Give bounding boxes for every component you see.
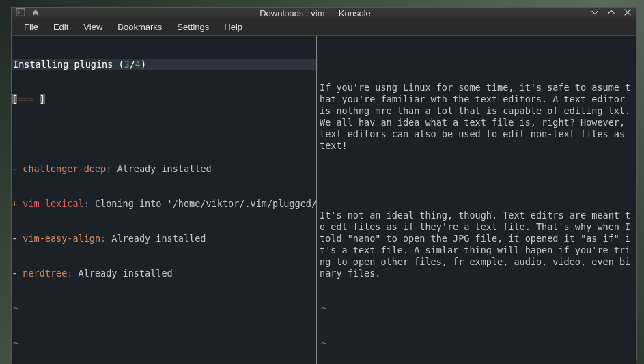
vim-right-pane[interactable]: If you're usng Linux for some time, it's… [317, 36, 636, 364]
vim-left-pane[interactable]: Installing plugins (3/4) [=== ] - challe… [12, 36, 317, 364]
plugin-row: + vim-lexical: Cloning into '/home/vikto… [12, 198, 316, 210]
menu-edit[interactable]: Edit [46, 19, 75, 35]
menu-view[interactable]: View [76, 19, 109, 35]
window-controls [590, 8, 632, 19]
plug-progress-bar: [=== ] [12, 94, 316, 105]
plug-header: Installing plugins (3/4) [12, 59, 316, 70]
terminal-area[interactable]: Installing plugins (3/4) [=== ] - challe… [12, 36, 636, 364]
window-titlebar[interactable]: Downloads : vim — Konsole [12, 8, 636, 19]
text-paragraph: It's not an ideal thing, though. Text ed… [320, 210, 634, 279]
empty-line-tilde: ~ [12, 303, 316, 314]
pin-icon[interactable] [31, 8, 40, 19]
plugin-row: - vim-easy-align: Already installed [12, 233, 316, 244]
blank-line [12, 128, 316, 140]
close-icon[interactable] [623, 8, 632, 19]
maximize-icon[interactable] [606, 8, 616, 19]
konsole-window: Downloads : vim — Konsole File Edit View… [11, 7, 637, 360]
blank-paragraph [320, 175, 634, 186]
menu-help[interactable]: Help [217, 19, 249, 35]
text-paragraph: If you're usng Linux for some time, it's… [320, 82, 634, 152]
menu-file[interactable]: File [17, 19, 45, 35]
vim-split-panes: Installing plugins (3/4) [=== ] - challe… [12, 36, 636, 364]
minimize-icon[interactable] [590, 8, 600, 19]
menu-bookmarks[interactable]: Bookmarks [111, 19, 169, 35]
empty-line-tilde: ~ [320, 303, 634, 314]
window-title: Downloads : vim — Konsole [40, 8, 590, 18]
empty-line-tilde: ~ [320, 337, 634, 349]
menubar: File Edit View Bookmarks Settings Help [12, 19, 636, 36]
plugin-row: - nerdtree: Already installed [12, 268, 316, 279]
plugin-row: - challenger-deep: Already installed [12, 163, 316, 175]
titlebar-left-icons [16, 8, 40, 19]
empty-line-tilde: ~ [12, 337, 316, 349]
terminal-icon [16, 8, 25, 19]
menu-settings[interactable]: Settings [170, 19, 216, 35]
svg-rect-0 [16, 9, 25, 16]
